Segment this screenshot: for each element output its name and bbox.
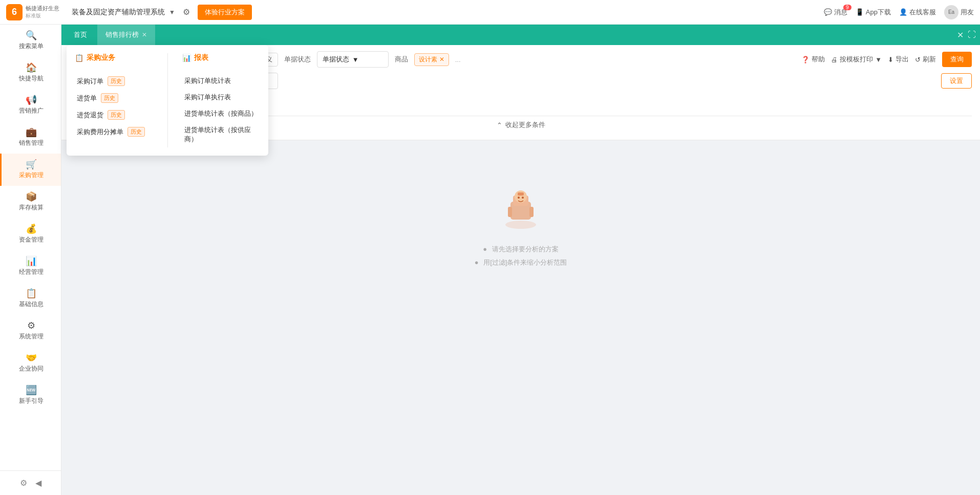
header-middle: 装备及固定资产辅助管理系统 ▼ ⚙ 体验行业方案 <box>68 5 824 20</box>
sidebar-item-system[interactable]: ⚙ 系统管理 <box>0 315 61 347</box>
dropdown-item-purchase-order[interactable]: 采购订单 历史 <box>75 73 153 90</box>
incoming-label: 进货单 <box>77 94 97 103</box>
sidebar-item-basic-info[interactable]: 📋 基础信息 <box>0 283 61 315</box>
dropdown-col1-title: 📋 采购业务 <box>75 53 153 67</box>
sidebar-item-quick-nav[interactable]: 🏠 快捷导航 <box>0 57 61 89</box>
tab-fullscreen-icon[interactable]: ⛶ <box>968 30 976 40</box>
refresh-btn[interactable]: ↺ 刷新 <box>915 55 936 64</box>
doc-status-label: 单据状态 <box>284 55 311 64</box>
tab-close-icon[interactable]: ✕ <box>142 31 147 38</box>
sidebar-item-purchase[interactable]: 🛒 采购管理 <box>0 154 61 186</box>
sidebar-item-inventory[interactable]: 📦 库存核算 <box>0 186 61 218</box>
purchase-dropdown-menu: 📋 采购业务 采购订单 历史 进货单 历史 进货退货 历史 采购费用分摊单 历史 <box>67 45 268 156</box>
sidebar-item-operation[interactable]: 📊 经营管理 <box>0 250 61 283</box>
po-stats-label: 采购订单统计表 <box>184 76 231 85</box>
sidebar-item-enterprise[interactable]: 🤝 企业协同 <box>0 347 61 379</box>
logo-text: 畅捷通好生意 <box>26 5 59 12</box>
return-badge: 历史 <box>108 110 125 120</box>
purchase-icon: 🛒 <box>26 160 37 169</box>
col-divider <box>167 53 168 147</box>
product-more-dots[interactable]: ... <box>455 56 461 63</box>
empty-hint-2: ● 用[过滤]条件来缩小分析范围 <box>475 258 567 267</box>
industry-btn[interactable]: 体验行业方案 <box>198 5 252 20</box>
product-tag-value: 设计素 <box>419 55 437 64</box>
tab-bar: 首页 销售排行榜 ✕ ✕ ⛶ <box>61 25 980 45</box>
sidebar-label-operation: 经营管理 <box>19 268 44 276</box>
purchase-expense-badge: 历史 <box>127 127 145 137</box>
export-btn[interactable]: ⬇ 导出 <box>888 55 909 64</box>
sidebar: 🔍 搜索菜单 🏠 快捷导航 📢 营销推广 💼 销售管理 🛒 采购管理 📦 库存核… <box>0 25 61 495</box>
collapse-up-icon: ⌃ <box>497 121 502 129</box>
sidebar-label-finance: 资金管理 <box>19 235 44 244</box>
query-btn[interactable]: 查询 <box>942 52 972 67</box>
sidebar-label-system: 系统管理 <box>19 332 44 341</box>
empty-illustration <box>495 181 546 232</box>
incoming-badge: 历史 <box>101 93 118 103</box>
finance-icon: 💰 <box>26 224 37 233</box>
user-area[interactable]: Ea 用友 <box>944 5 974 19</box>
header-right: 💬 消息 9 📱 App下载 👤 在线客服 Ea 用友 <box>824 5 974 19</box>
help-btn[interactable]: ❓ 帮助 <box>801 55 825 64</box>
tab-sales-rank[interactable]: 销售排行榜 ✕ <box>97 25 155 45</box>
help-icon: ❓ <box>801 56 809 63</box>
top-header: 6 畅捷通好生意 标准版 装备及固定资产辅助管理系统 ▼ ⚙ 体验行业方案 💬 … <box>0 0 980 25</box>
sidebar-item-search[interactable]: 🔍 搜索菜单 <box>0 25 61 57</box>
incoming-by-product-label: 进货单统计表（按商品） <box>184 109 258 118</box>
product-tag-close[interactable]: ✕ <box>439 56 444 63</box>
tab-close-all-icon[interactable]: ✕ <box>957 30 964 40</box>
dropdown-item-return[interactable]: 进货退货 历史 <box>75 106 153 123</box>
dropdown-item-po-stats[interactable]: 采购订单统计表 <box>182 73 261 89</box>
print-btn[interactable]: 🖨 按模板打印 ▼ <box>831 55 882 64</box>
dropdown-item-incoming[interactable]: 进货单 历史 <box>75 90 153 106</box>
logo-icon: 6 <box>6 4 23 20</box>
tab-sales-rank-label: 销售排行榜 <box>105 30 139 39</box>
home-icon: 🏠 <box>26 63 37 72</box>
print-icon: 🖨 <box>831 56 838 63</box>
system-dropdown-btn[interactable]: ▼ <box>169 9 175 16</box>
dropdown-item-po-exec[interactable]: 采购订单执行表 <box>182 89 261 105</box>
sidebar-label-marketing: 营销推广 <box>19 106 44 115</box>
return-label: 进货退货 <box>77 111 103 120</box>
dropdown-cols: 📋 采购业务 采购订单 历史 进货单 历史 进货退货 历史 采购费用分摊单 历史 <box>75 53 260 147</box>
svg-rect-8 <box>529 207 534 217</box>
sidebar-item-guide[interactable]: 🆕 新手引导 <box>0 379 61 412</box>
dropdown-col-purchase: 📋 采购业务 采购订单 历史 进货单 历史 进货退货 历史 采购费用分摊单 历史 <box>75 53 153 147</box>
dropdown-col2-title: 📊 报表 <box>182 53 261 67</box>
sidebar-label-purchase: 采购管理 <box>19 171 44 180</box>
print-label: 按模板打印 <box>840 55 873 64</box>
export-icon: ⬇ <box>888 56 893 63</box>
enterprise-icon: 🤝 <box>26 353 37 362</box>
message-icon: 💬 <box>824 8 832 16</box>
sales-icon: 💼 <box>26 127 37 137</box>
dropdown-item-purchase-expense[interactable]: 采购费用分摊单 历史 <box>75 123 153 140</box>
empty-state: ● 请先选择要分析的方案 ● 用[过滤]条件来缩小分析范围 <box>61 140 980 310</box>
sidebar-item-sales[interactable]: 💼 销售管理 <box>0 121 61 154</box>
export-label: 导出 <box>896 55 909 64</box>
sidebar-settings-btn[interactable]: ⚙ <box>18 476 29 490</box>
sidebar-item-finance[interactable]: 💰 资金管理 <box>0 218 61 250</box>
sidebar-collapse-btn[interactable]: ◀ <box>33 476 44 490</box>
header-settings-icon[interactable]: ⚙ <box>179 5 194 19</box>
dropdown-col1-label: 采购业务 <box>87 53 115 62</box>
dropdown-item-incoming-by-product[interactable]: 进货单统计表（按商品） <box>182 105 261 122</box>
message-btn[interactable]: 💬 消息 9 <box>824 8 847 17</box>
collapse-label: 收起更多条件 <box>505 120 545 130</box>
tab-home[interactable]: 首页 <box>66 25 95 45</box>
svg-point-3 <box>515 190 527 203</box>
empty-hint-1: ● 请先选择要分析的方案 <box>483 245 558 254</box>
sidebar-item-marketing[interactable]: 📢 营销推广 <box>0 89 61 121</box>
toolbar-right: ❓ 帮助 🖨 按模板打印 ▼ ⬇ 导出 ↺ <box>801 52 972 67</box>
online-service-btn[interactable]: 👤 在线客服 <box>899 8 936 17</box>
app-download-btn[interactable]: 📱 App下载 <box>856 8 891 17</box>
message-badge: 9 <box>843 5 851 10</box>
sidebar-label-enterprise: 企业协同 <box>19 364 44 373</box>
operation-icon: 📊 <box>26 256 37 266</box>
purchase-expense-label: 采购费用分摊单 <box>77 127 123 137</box>
doc-status-select[interactable]: 单据状态 ▼ <box>317 51 389 68</box>
service-label: 在线客服 <box>909 8 936 17</box>
app-label: App下载 <box>866 8 891 17</box>
settings-btn[interactable]: 设置 <box>941 73 972 89</box>
dropdown-item-incoming-by-supplier[interactable]: 进货单统计表（按供应商） <box>182 122 261 147</box>
logo-area: 6 畅捷通好生意 标准版 <box>6 4 68 20</box>
app-icon: 📱 <box>856 8 864 16</box>
